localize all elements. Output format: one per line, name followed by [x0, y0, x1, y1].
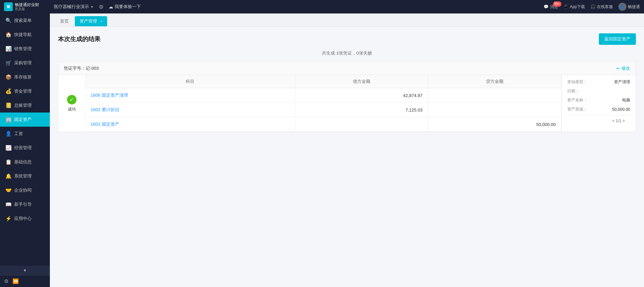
- asset-value-label: 资产原值：: [567, 106, 587, 112]
- dropdown-arrow-icon: ▼: [90, 5, 94, 9]
- sidebar-item-app-center[interactable]: ⚡应用中心: [0, 212, 50, 226]
- sidebar-label-quick-nav: 快捷导航: [14, 32, 32, 38]
- sidebar-icon-guide: 📖: [5, 201, 11, 208]
- online-service-button[interactable]: 🎧 在线客服: [590, 4, 613, 10]
- message-icon: 💬: [544, 4, 549, 9]
- success-icon: ✓: [67, 95, 76, 104]
- sidebar-icon-enterprise: 🤝: [5, 187, 11, 193]
- result-summary: 共生成 1张凭证，0张失败: [58, 50, 636, 56]
- return-button[interactable]: 返回固定资产: [599, 33, 636, 45]
- sidebar-item-sales[interactable]: 📊销售管理: [0, 42, 50, 56]
- logo-sub: 普及版: [15, 7, 39, 11]
- sidebar: 🔍搜索菜单🏠快捷导航📊销售管理🛒采购管理📦库存核算💰资金管理📒总账管理🏢固定资产…: [0, 13, 50, 287]
- logo-title: 畅捷通好业财: [15, 2, 39, 7]
- header-settings-icon[interactable]: ⚙: [96, 2, 106, 11]
- sidebar-item-fixed-assets[interactable]: 🏢固定资产: [0, 113, 50, 127]
- sidebar-icon-app-center: ⚡: [5, 216, 11, 222]
- sidebar-item-operations[interactable]: 📈经营管理: [0, 141, 50, 155]
- avatar-icon: 👤: [620, 5, 625, 9]
- voucher-body: ✓ 成功 科目 借方金额 贷方金额: [58, 75, 636, 132]
- sidebar-icon-purchase: 🛒: [5, 60, 11, 66]
- sidebar-icon-inventory: 📦: [5, 74, 11, 80]
- cloud-icon: ☁: [109, 4, 113, 9]
- tab-close-icon[interactable]: ×: [100, 19, 102, 23]
- pagination[interactable]: < 1/1 >: [567, 116, 630, 126]
- subject-cell: 1602 累计折旧: [85, 103, 295, 117]
- app-download-button[interactable]: 📱 App下载: [563, 4, 585, 10]
- sidebar-item-system[interactable]: 🔔系统管理: [0, 169, 50, 183]
- sidebar-icon-search-menu: 🔍: [5, 18, 11, 24]
- page-content: 本次生成的结果 返回固定资产 共生成 1张凭证，0张失败 凭证字号：记-003 …: [50, 27, 644, 287]
- logo-icon: 畅: [4, 2, 13, 11]
- service-icon: 🎧: [590, 4, 595, 9]
- app-download-label: App下载: [570, 4, 585, 10]
- sidebar-label-basic-info: 基础信息: [14, 159, 32, 165]
- sidebar-label-operations: 经营管理: [14, 145, 32, 151]
- company-name: 医疗器械行业演示: [54, 4, 89, 10]
- user-name: 畅捷通: [628, 4, 640, 10]
- sidebar-label-system: 系统管理: [14, 173, 32, 179]
- sidebar-label-payroll: 工资: [14, 131, 23, 137]
- voucher-card: 凭证字号：记-003 ✏ 修改 ✓ 成功: [58, 62, 636, 132]
- tab-home[interactable]: 首页: [55, 16, 73, 26]
- date-label: 日期：: [567, 88, 579, 94]
- edit-button[interactable]: ✏ 修改: [616, 65, 630, 71]
- sidebar-icon-system: 🔔: [5, 173, 11, 179]
- sidebar-item-quick-nav[interactable]: 🏠快捷导航: [0, 28, 50, 42]
- trial-button[interactable]: ☁ 我要体验一下: [109, 4, 141, 10]
- trial-label: 我要体验一下: [115, 4, 141, 10]
- online-service-label: 在线客服: [597, 4, 613, 10]
- header-center: 医疗器械行业演示 ▼ ⚙ ☁ 我要体验一下: [54, 2, 544, 11]
- content-area: 首页 资产管理 × 本次生成的结果 返回固定资产 共生成 1张凭证，0张失败 凭…: [50, 13, 644, 287]
- page-title: 本次生成的结果: [58, 35, 100, 43]
- sidebar-label-inventory: 库存核算: [14, 74, 32, 80]
- sidebar-item-enterprise[interactable]: 🤝企业协同: [0, 183, 50, 197]
- sidebar-label-sales: 销售管理: [14, 46, 32, 52]
- tab-label: 资产管理: [80, 19, 97, 24]
- sidebar-scroll: 🔍搜索菜单🏠快捷导航📊销售管理🛒采购管理📦库存核算💰资金管理📒总账管理🏢固定资产…: [0, 13, 50, 266]
- sidebar-item-inventory[interactable]: 📦库存核算: [0, 70, 50, 84]
- sidebar-item-purchase[interactable]: 🛒采购管理: [0, 56, 50, 70]
- status-text: 成功: [68, 106, 76, 112]
- sidebar-icon-fixed-assets: 🏢: [5, 117, 11, 123]
- sidebar-settings-icon[interactable]: ⚙: [4, 278, 8, 284]
- edit-label: 修改: [621, 65, 630, 71]
- sidebar-bottom: ⚙ ⏪: [0, 275, 50, 287]
- message-badge: 99+: [553, 1, 561, 7]
- header-right: 💬 消息 99+ 📱 App下载 🎧 在线客服 👤 畅捷通: [544, 3, 640, 11]
- sidebar-label-guide: 新手引导: [14, 201, 32, 208]
- sidebar-item-guide[interactable]: 📖新手引导: [0, 197, 50, 212]
- sidebar-item-search-menu[interactable]: 🔍搜索菜单: [0, 13, 50, 28]
- logo-area: 畅 畅捷通好业财 普及版: [4, 2, 54, 11]
- change-type-label: 变动类型：: [567, 79, 587, 85]
- credit-cell: 50,000.00: [428, 117, 561, 132]
- sidebar-icon-payroll: 👤: [5, 131, 11, 137]
- main-layout: 🔍搜索菜单🏠快捷导航📊销售管理🛒采购管理📦库存核算💰资金管理📒总账管理🏢固定资产…: [0, 13, 644, 287]
- asset-name-label: 资产名称：: [567, 97, 587, 103]
- sidebar-item-payroll[interactable]: 👤工资: [0, 127, 50, 141]
- sidebar-label-fixed-assets: 固定资产: [14, 117, 32, 123]
- company-selector[interactable]: 医疗器械行业演示 ▼: [54, 4, 94, 10]
- subject-cell: 1606 固定资产清理: [85, 88, 295, 103]
- subject-cell: 1601 固定资产: [85, 117, 295, 132]
- table-row: 1601 固定资产 50,000.00: [85, 117, 561, 132]
- sidebar-icon-quick-nav: 🏠: [5, 32, 11, 38]
- sidebar-item-ledger[interactable]: 📒总账管理: [0, 98, 50, 113]
- sidebar-item-basic-info[interactable]: 📋基础信息: [0, 155, 50, 169]
- sidebar-label-ledger: 总账管理: [14, 102, 32, 108]
- change-type-value: 资产清理: [614, 79, 630, 85]
- sidebar-item-finance[interactable]: 💰资金管理: [0, 84, 50, 98]
- tab-asset-management[interactable]: 资产管理 ×: [75, 16, 107, 26]
- sidebar-scroll-down[interactable]: ▼: [0, 266, 50, 275]
- table-row: 1606 固定资产清理 42,874.97: [85, 88, 561, 103]
- sidebar-label-enterprise: 企业协同: [14, 187, 32, 193]
- user-menu-button[interactable]: 👤 畅捷通: [618, 3, 640, 11]
- sidebar-label-finance: 资金管理: [14, 88, 32, 94]
- asset-name-value: 电脑: [622, 97, 630, 103]
- debit-cell: 7,125.03: [295, 103, 428, 117]
- sidebar-collapse-icon[interactable]: ⏪: [12, 278, 19, 284]
- avatar: 👤: [618, 3, 626, 11]
- message-button[interactable]: 💬 消息 99+: [544, 4, 558, 10]
- sidebar-icon-finance: 💰: [5, 88, 11, 94]
- debit-cell: [295, 117, 428, 132]
